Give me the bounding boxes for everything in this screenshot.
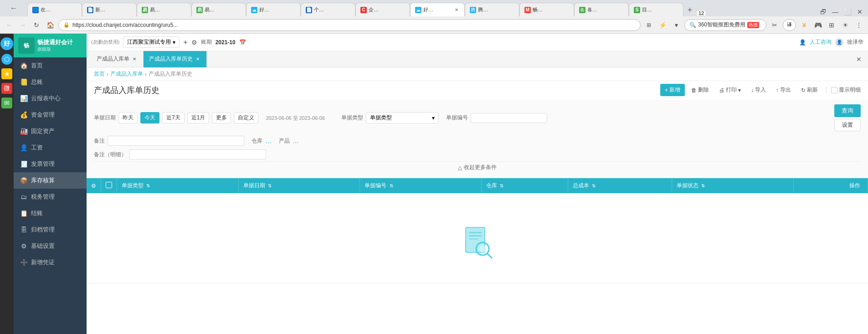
tab-8-close-icon[interactable]: ✕	[453, 7, 460, 13]
date-btn-7days[interactable]: 近7天	[162, 112, 185, 123]
add-account-button[interactable]: +	[183, 38, 187, 46]
game-icon[interactable]: 🎮	[812, 20, 823, 31]
browser-back-icon[interactable]: ←	[8, 3, 19, 13]
date-btn-yesterday[interactable]: 昨天	[118, 112, 138, 123]
import-button[interactable]: ↓ 导入	[747, 84, 770, 96]
sidebar-item-fixed-label: 固定资产	[31, 127, 55, 135]
back-button[interactable]: ←	[4, 20, 15, 31]
dock-icon-3[interactable]: 微	[1, 83, 12, 94]
number-filter-input[interactable]	[471, 113, 547, 123]
grid2-icon[interactable]: ⊞	[826, 20, 837, 31]
delete-button[interactable]: 🗑 删除	[688, 84, 713, 96]
date-btn-custom[interactable]: 自定义	[234, 112, 258, 123]
yuan-icon[interactable]: ¥	[799, 20, 810, 31]
sidebar-item-funds[interactable]: 💰 资金管理	[14, 107, 87, 123]
th-status[interactable]: 单据状态 ⇅	[672, 178, 794, 193]
dropdown-arrow-icon[interactable]: ▾	[671, 20, 682, 31]
translate-icon[interactable]: 译	[783, 19, 796, 31]
new-tab-button[interactable]: +	[683, 4, 696, 16]
calendar-icon[interactable]: 📅	[239, 39, 246, 46]
breadcrumb-list-link[interactable]: 产成品入库单	[110, 70, 143, 78]
dock-icon-1[interactable]: ⬡	[1, 54, 12, 65]
tab-1[interactable]: 🌐 在…	[27, 3, 82, 16]
tab-3[interactable]: 易 易…	[137, 3, 191, 16]
type-select[interactable]: 单据类型 ▾	[366, 112, 439, 123]
tab-11[interactable]: 各 各…	[574, 3, 629, 16]
sun-icon[interactable]: ☀	[840, 20, 851, 31]
more-settings-icon[interactable]: ⋮	[853, 20, 864, 31]
tab-4[interactable]: 易 易…	[191, 3, 246, 16]
sidebar-item-ledger[interactable]: 📒 总账	[14, 74, 87, 90]
product-more-dots[interactable]: …	[293, 137, 299, 144]
show-cols-toggle[interactable]: 显示明细	[831, 86, 861, 94]
warehouse-more-dots[interactable]: …	[265, 137, 272, 144]
note-detail-filter-input[interactable]	[129, 149, 266, 159]
print-button[interactable]: 🖨 打印 ▾	[715, 84, 745, 96]
sidebar-item-checkout[interactable]: 📋 结账	[14, 205, 87, 221]
tab-8-active[interactable]: ☁ 好… ✕	[410, 3, 465, 16]
refresh-button[interactable]: ↻	[31, 20, 42, 31]
home-button[interactable]: 🏠	[45, 20, 56, 31]
query-button[interactable]: 查询	[834, 104, 861, 117]
th-warehouse[interactable]: 仓库 ⇅	[481, 178, 568, 193]
tab-7[interactable]: C 企…	[355, 3, 410, 16]
add-button[interactable]: + 新增	[660, 84, 685, 96]
breadcrumb-home-link[interactable]: 首页	[94, 70, 105, 78]
maximize-icon[interactable]: ⬜	[842, 7, 853, 16]
empty-row	[87, 193, 868, 283]
dock-app-icon[interactable]: 好	[0, 37, 13, 50]
th-number[interactable]: 单据编号 ⇅	[360, 178, 482, 193]
th-gear[interactable]: ⚙	[87, 178, 101, 193]
tab-list-close-icon[interactable]: ✕	[131, 56, 138, 62]
scissors-icon[interactable]: ✂	[769, 20, 780, 31]
dock-icon-2[interactable]: ★	[1, 68, 12, 79]
account-company-select[interactable]: 江西聚宝测试专用 ▾	[123, 36, 180, 48]
date-btn-1month[interactable]: 近1月	[187, 112, 210, 123]
sidebar-item-tax[interactable]: 🗂 税务管理	[14, 189, 87, 205]
tab-2[interactable]: 📄 新…	[82, 3, 137, 16]
restore-window-icon[interactable]: 🗗	[818, 7, 828, 16]
ai-consult-label[interactable]: 人工咨询	[810, 38, 832, 46]
lightning-icon[interactable]: ⚡	[657, 20, 668, 31]
close-panel-button[interactable]: ✕	[854, 55, 863, 64]
sidebar-item-inventory[interactable]: 📦 库存核算	[14, 172, 87, 189]
date-btn-more[interactable]: 更多	[212, 112, 231, 123]
th-check[interactable]	[101, 178, 117, 193]
dock-icon-4[interactable]: ✉	[1, 98, 12, 108]
forward-button[interactable]: →	[17, 20, 28, 31]
sidebar-item-home[interactable]: 🏠 首页	[14, 57, 87, 74]
tab-12[interactable]: S 目…	[629, 3, 683, 16]
tab-list-page[interactable]: 产成品入库单 ✕	[91, 51, 144, 67]
tab-5[interactable]: ☁ 好…	[246, 3, 301, 16]
refresh-action-button[interactable]: ↻ 刷新	[797, 84, 822, 96]
th-type[interactable]: 单据类型 ⇅	[117, 178, 239, 193]
tab-6[interactable]: 📄 个…	[301, 3, 355, 16]
collapse-filter-button[interactable]: △ 收起更多条件	[94, 161, 861, 173]
grid-icon[interactable]: ⊞	[643, 20, 654, 31]
tab-9[interactable]: 腾 腾…	[465, 3, 519, 16]
sidebar-item-fixed[interactable]: 🏭 固定资产	[14, 123, 87, 139]
sidebar-item-newbill[interactable]: ➕ 新增凭证	[14, 254, 87, 271]
sidebar-header: 畅 畅捷通好会计 旗舰版	[14, 34, 87, 57]
address-url: https://cloud.chanjet.com/accounting/uru…	[72, 22, 636, 28]
tab-2-icon: 📄	[87, 7, 93, 13]
tab-history-page[interactable]: 产成品入库单历史 ✕	[144, 51, 207, 67]
note-filter-input[interactable]	[108, 136, 244, 146]
th-date[interactable]: 单据日期 ⇅	[238, 178, 360, 193]
sidebar-item-basic[interactable]: ⚙ 基础设置	[14, 238, 87, 254]
th-type-label: 单据类型	[122, 182, 144, 189]
close-window-icon[interactable]: ✕	[855, 7, 864, 16]
tab-history-close-icon[interactable]: ✕	[195, 56, 201, 62]
tab-10[interactable]: M 畅…	[519, 3, 574, 16]
settings-filter-button[interactable]: 设置	[834, 119, 861, 131]
sidebar-item-invoice[interactable]: 🧾 发票管理	[14, 156, 87, 172]
date-btn-today[interactable]: 今天	[140, 112, 159, 123]
export-button[interactable]: ↑ 导出	[772, 84, 795, 96]
sidebar-item-payroll[interactable]: 👤 工资	[14, 139, 87, 156]
settings-gear-icon[interactable]: ⚙	[191, 39, 197, 46]
address-input-container[interactable]: 🔒 https://cloud.chanjet.com/accounting/u…	[58, 19, 641, 31]
sidebar-item-reports[interactable]: 📊 云报表中心	[14, 90, 87, 107]
minimize-icon[interactable]: ―	[830, 7, 840, 16]
th-total-cost[interactable]: 总成本 ⇅	[568, 178, 672, 193]
sidebar-item-archive[interactable]: 🗄 归档管理	[14, 221, 87, 238]
